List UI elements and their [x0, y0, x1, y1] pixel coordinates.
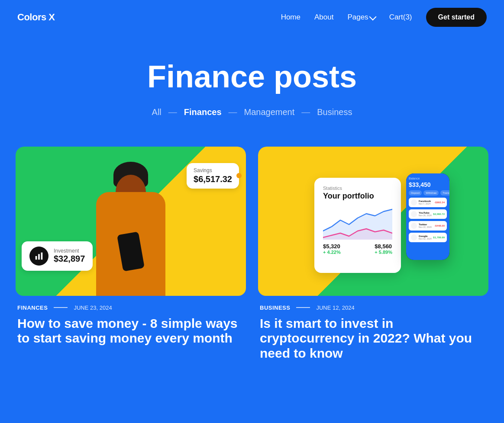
card-1-date: JUNE 23, 2024	[74, 304, 112, 311]
mini-chart	[323, 205, 392, 240]
filter-management[interactable]: Management	[244, 107, 295, 117]
chart-svg	[323, 205, 392, 240]
nav-about[interactable]: About	[314, 13, 333, 22]
phone-item-1: YouTube Nov 26, 2024 $2,060.72	[409, 209, 447, 219]
card-2-meta: BUSINESS JUNE 12, 2024	[260, 304, 487, 311]
card-2-bg: Statistics Your portfolio	[258, 147, 488, 296]
savings-amount: $6,517.32	[194, 174, 232, 184]
phone-screen: Balance $33,450 Deposit Withdraw Transfe…	[406, 173, 449, 260]
chart-val-2: $8,560 + 5.89%	[375, 243, 392, 255]
investment-badge: Investment $32,897	[22, 241, 93, 271]
card-2-title[interactable]: Is it smart to invest in cryptocurrency …	[260, 316, 487, 361]
portfolio-card: Statistics Your portfolio	[314, 178, 401, 273]
woman-body	[96, 192, 165, 296]
nav-links: Home About Pages Cart(3) Get started	[281, 8, 487, 27]
phone-balance: $33,450	[409, 181, 447, 188]
phone-withdraw[interactable]: Withdraw	[423, 190, 439, 195]
investment-icon	[29, 247, 48, 266]
phone-item-0: Facebook Nov 7, 2024 -$993.34	[409, 198, 447, 207]
logo[interactable]: Colors X	[17, 12, 55, 23]
meta-sep-2	[296, 307, 310, 308]
nav-home[interactable]: Home	[281, 13, 300, 22]
card-1-content: FINANCES JUNE 23, 2024 How to save money…	[16, 296, 246, 349]
phone-actions: Deposit Withdraw Transfer	[409, 190, 447, 195]
nav-cart[interactable]: Cart(3)	[389, 13, 412, 22]
page-title: Finance posts	[9, 61, 495, 93]
card-2-image: Statistics Your portfolio	[258, 147, 488, 296]
cards-grid: Savings $6,517.32	[0, 147, 504, 391]
chevron-down-icon	[369, 13, 376, 20]
phone-item-2: Twitter Nov 22, 2024 -$448.00	[409, 221, 447, 231]
savings-label: Savings	[194, 167, 232, 173]
nav-pages[interactable]: Pages	[347, 13, 375, 22]
svg-rect-0	[36, 256, 37, 260]
bar-chart-icon	[34, 251, 44, 261]
phone-transfer[interactable]: Transfer	[440, 190, 449, 195]
get-started-button[interactable]: Get started	[426, 8, 487, 27]
navbar: Colors X Home About Pages Cart(3) Get st…	[0, 0, 504, 35]
phone-item-icon-0	[411, 199, 417, 205]
investment-text: Investment $32,897	[54, 248, 85, 264]
card-1-title[interactable]: How to save money - 8 simple ways to sta…	[17, 316, 244, 346]
investment-amount: $32,897	[54, 254, 85, 264]
phone-prop	[117, 231, 145, 271]
meta-sep	[54, 307, 68, 308]
filter-sep-3: —	[301, 107, 310, 117]
card-1-bg: Savings $6,517.32	[16, 147, 246, 296]
card-1-image: Savings $6,517.32	[16, 147, 246, 296]
card-2-content: BUSINESS JUNE 12, 2024 Is it smart to in…	[258, 296, 488, 365]
card-2-date: JUNE 12, 2024	[316, 304, 354, 311]
filter-sep-2: —	[229, 107, 237, 117]
filter-tabs: All — Finances — Management — Business	[9, 107, 495, 117]
card-2[interactable]: Statistics Your portfolio	[258, 147, 488, 365]
filter-sep-1: —	[168, 107, 177, 117]
svg-rect-2	[41, 252, 43, 260]
savings-dot	[236, 173, 242, 178]
phone-item-icon-1	[411, 211, 417, 217]
hero-section: Finance posts All — Finances — Managemen…	[0, 35, 504, 147]
portfolio-title: Your portfolio	[323, 192, 392, 201]
phone-mockup: Balance $33,450 Deposit Withdraw Transfe…	[406, 173, 449, 260]
card-1[interactable]: Savings $6,517.32	[16, 147, 246, 365]
phone-balance-label: Balance	[409, 177, 447, 180]
filter-business[interactable]: Business	[317, 107, 352, 117]
filter-finances[interactable]: Finances	[184, 107, 222, 117]
chart-val-1: $5,320 + 4.22%	[323, 243, 341, 255]
phone-item-icon-2	[411, 223, 417, 229]
filter-all[interactable]: All	[152, 107, 162, 117]
svg-rect-1	[38, 254, 40, 260]
card-1-meta: FINANCES JUNE 23, 2024	[17, 304, 244, 311]
savings-badge: Savings $6,517.32	[187, 163, 239, 189]
card-2-category: BUSINESS	[260, 304, 290, 311]
phone-item-icon-3	[411, 234, 417, 240]
chart-values: $5,320 + 4.22% $8,560 + 5.89%	[323, 243, 392, 255]
card-1-category: FINANCES	[17, 304, 48, 311]
phone-item-3: Google Nov 02, 2024 $1,799.99	[409, 233, 447, 242]
investment-label: Investment	[54, 248, 85, 254]
woman-figure	[79, 157, 183, 296]
portfolio-stats-label: Statistics	[323, 186, 392, 191]
phone-deposit[interactable]: Deposit	[409, 190, 422, 195]
